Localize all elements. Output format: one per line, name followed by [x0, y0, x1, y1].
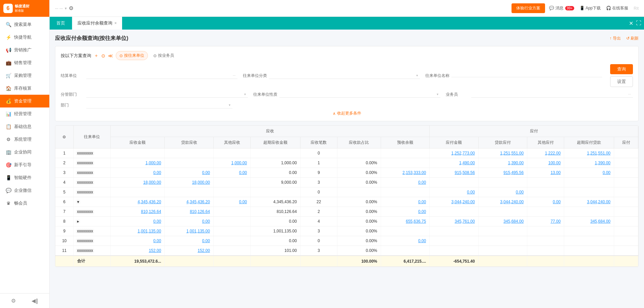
sidebar-item-3[interactable]: 💼销售管理 [0, 56, 49, 69]
liaolai-name-input[interactable] [451, 74, 602, 77]
row-ar-loan[interactable]: 0.00 [165, 236, 214, 246]
row-ap-overdue[interactable]: 3,044,240.00 [564, 197, 614, 207]
row-ap-overdue[interactable]: 1,251,551.00 [564, 148, 614, 158]
sidebar-item-7[interactable]: 📊经营管理 [0, 107, 49, 120]
sidebar-item-10[interactable]: 🏢企业协同 [0, 146, 49, 159]
sidebar-item-5[interactable]: 🏠库存核算 [0, 82, 49, 95]
export-button[interactable]: ↑ 导出 [609, 36, 621, 41]
row-ar-prepay[interactable]: 0.00 [381, 236, 430, 246]
row-ar-amount[interactable]: 152.00 [110, 246, 165, 256]
row-ar-loan[interactable]: 152.00 [165, 246, 214, 256]
row-ap-amount[interactable]: 1,252,773.00 [430, 148, 479, 158]
dept-input[interactable]: ▾ [86, 102, 232, 108]
row-index: 11 [55, 246, 73, 256]
refresh-button[interactable]: ↺ 刷新 [626, 36, 639, 41]
row-ar-loan[interactable]: 4,345,436.20 [165, 197, 214, 207]
row-ap-other[interactable]: 100.00 [527, 158, 564, 168]
breadcrumb-chevron[interactable]: ▾ [65, 6, 67, 11]
row-ap-overdue[interactable]: 0.00 [564, 168, 614, 178]
row-ar-prepay[interactable]: 0.00 [381, 207, 430, 217]
row-ar-amount[interactable]: 1,001,135.00 [110, 226, 165, 236]
tab-active[interactable]: 应收应付余额查询 × [72, 17, 122, 30]
filter-row-2: 分管部门 ▾ 往来单位性质 ▾ 业务员 ··· [61, 91, 633, 98]
row-ar-amount[interactable]: 0.00 [110, 217, 165, 226]
tab-maximize-icon[interactable]: ⛶ [636, 20, 641, 26]
sidebar-item-6[interactable]: 💰资金管理 [0, 95, 49, 107]
solution-button[interactable]: 体验行业方案 [512, 3, 545, 13]
row-ap-other[interactable]: 13.00 [527, 168, 564, 178]
row-ar-loan[interactable]: 1,001,135.00 [165, 226, 214, 236]
row-ar-loan[interactable]: 810,126.64 [165, 207, 214, 217]
row-ap-amount[interactable]: 1,490.00 [430, 158, 479, 168]
row-ar-other[interactable]: 0.00 [213, 168, 250, 178]
query-button[interactable]: 查询 [610, 64, 633, 74]
row-ap-amount[interactable]: 915,508.56 [430, 168, 479, 178]
liaolai-nature-input[interactable]: ▾ [279, 91, 440, 98]
row-ap-overdue[interactable]: 1,390.00 [564, 158, 614, 168]
sidebar-item-2[interactable]: 📢营销推广 [0, 44, 49, 56]
tab-close-window-icon[interactable]: ✕ [629, 20, 633, 27]
filter-collapse-icon[interactable]: ≪ [108, 53, 113, 58]
collapse-footer-icon[interactable]: ◀‖ [32, 298, 38, 304]
row-ar-other[interactable]: 0.00 [213, 197, 250, 207]
row-ap-other[interactable]: 1,222.00 [527, 148, 564, 158]
row-ap-amount[interactable]: 0.00 [430, 187, 479, 197]
row-ar-loan[interactable]: 0.00 [165, 217, 214, 226]
sidebar-item-14[interactable]: ♛畅会员 [0, 197, 49, 210]
row-ar-amount[interactable]: 810,126.64 [110, 207, 165, 217]
row-ar-loan [165, 158, 214, 168]
row-ar-prepay[interactable]: 0.00 [381, 197, 430, 207]
tab-close-icon[interactable]: × [114, 21, 117, 26]
online-service-section[interactable]: 🎧 在线客服 [606, 5, 628, 11]
sidebar-item-12[interactable]: 📱智能硬件 [0, 171, 49, 184]
row-ap-other[interactable]: 77.00 [527, 217, 564, 226]
app-download-section[interactable]: 📱 App下载 [580, 5, 601, 11]
salesperson-input[interactable]: ··· [471, 91, 633, 98]
filter-collapse-btn[interactable]: ∧ 收起更多条件 [61, 108, 633, 116]
tab-home[interactable]: 首页 [50, 17, 72, 30]
row-ar-other [213, 187, 250, 197]
header-gear-icon[interactable]: ⚙ [69, 5, 73, 11]
row-ap-loan[interactable]: 3,044,240.00 [478, 197, 527, 207]
filter-gear-icon[interactable]: ⊙ [101, 53, 105, 58]
filter-add-icon[interactable]: ＋ [94, 53, 99, 59]
sidebar-item-9[interactable]: ⚙系统管理 [0, 133, 49, 146]
row-ap-overdue[interactable]: 345,684.00 [564, 217, 614, 226]
settings-footer-icon[interactable]: ⚙ [11, 298, 16, 304]
fenguan-dept-input[interactable]: ▾ [86, 91, 248, 98]
row-ar-loan [165, 187, 214, 197]
row-ar-amount[interactable]: 0.00 [110, 236, 165, 246]
row-ap-loan[interactable]: 1,390.00 [478, 158, 527, 168]
sidebar-item-1[interactable]: ⚡快捷导航 [0, 31, 49, 44]
scheme-partner[interactable]: ⊙ 按往来单位 [116, 51, 148, 60]
liaolai-category-input[interactable]: ▾ [269, 72, 420, 79]
row-ar-prepay[interactable]: 2,153,333.00 [381, 168, 430, 178]
setting-button[interactable]: 设置 [610, 76, 633, 87]
row-ap-amount[interactable]: 3,044,240.00 [430, 197, 479, 207]
sidebar-item-11[interactable]: 🎯新手引导 [0, 159, 49, 171]
row-ap-loan[interactable]: 345,684.00 [478, 217, 527, 226]
row-ap-loan[interactable]: 1,251,551.00 [478, 148, 527, 158]
row-ap-extra [614, 178, 638, 187]
row-ap-other[interactable]: 0.00 [527, 197, 564, 207]
sidebar-item-8[interactable]: 📋基础信息 [0, 120, 49, 133]
row-ar-amount[interactable]: 1,000.00 [110, 158, 165, 168]
sidebar-item-13[interactable]: 💬企业微信 [0, 184, 49, 197]
row-ar-other[interactable]: 1,000.00 [213, 158, 250, 168]
scheme-salesperson[interactable]: ⊙ 按业务员 [150, 51, 177, 60]
row-ar-amount[interactable]: 0.00 [110, 168, 165, 178]
jiesuan-unit-input[interactable]: ··· [86, 72, 237, 79]
sidebar-item-4[interactable]: 🛒采购管理 [0, 69, 49, 82]
row-ar-prepay[interactable]: 655,636.75 [381, 217, 430, 226]
col-gear[interactable]: ⚙ [55, 126, 73, 148]
row-ar-amount[interactable]: 18,000.00 [110, 178, 165, 187]
sidebar-item-0[interactable]: 🔍搜索菜单 [0, 18, 49, 31]
message-section[interactable]: 💬 消息 99+ [549, 5, 574, 11]
row-ar-amount[interactable]: 4,345,436.20 [110, 197, 165, 207]
row-ar-loan[interactable]: 18,000.00 [165, 178, 214, 187]
row-ap-amount[interactable]: 345,761.00 [430, 217, 479, 226]
row-ap-loan[interactable]: 0.00 [478, 187, 527, 197]
row-ap-loan[interactable]: 915,495.56 [478, 168, 527, 178]
row-ar-prepay[interactable]: 0.00 [381, 178, 430, 187]
row-ar-loan[interactable]: 0.00 [165, 168, 214, 178]
